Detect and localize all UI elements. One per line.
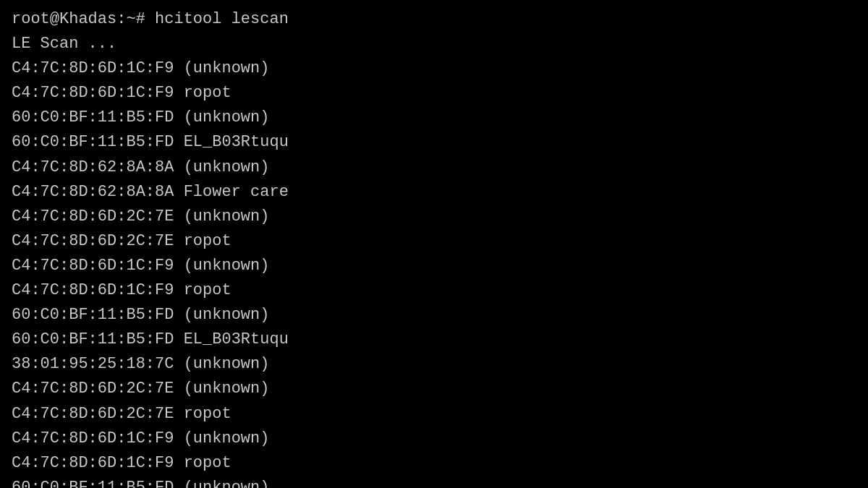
terminal-line: C4:7C:8D:6D:2C:7E ropot bbox=[12, 229, 856, 254]
terminal-line: C4:7C:8D:6D:1C:F9 (unknown) bbox=[12, 427, 856, 451]
terminal-line: 60:C0:BF:11:B5:FD (unknown) bbox=[12, 303, 856, 328]
terminal-line: C4:7C:8D:6D:1C:F9 (unknown) bbox=[12, 254, 856, 278]
terminal-line: 60:C0:BF:11:B5:FD (unknown) bbox=[12, 476, 856, 488]
terminal-line: root@Khadas:~# hcitool lescan bbox=[12, 7, 856, 32]
terminal-line: 60:C0:BF:11:B5:FD EL_B03Rtuqu bbox=[12, 328, 856, 352]
terminal-line: C4:7C:8D:6D:1C:F9 ropot bbox=[12, 81, 856, 106]
terminal-line: C4:7C:8D:6D:2C:7E (unknown) bbox=[12, 205, 856, 229]
terminal-line: C4:7C:8D:6D:2C:7E (unknown) bbox=[12, 377, 856, 401]
terminal-line: LE Scan ... bbox=[12, 32, 856, 56]
terminal-line: 60:C0:BF:11:B5:FD (unknown) bbox=[12, 106, 856, 130]
terminal-line: C4:7C:8D:62:8A:8A Flower care bbox=[12, 180, 856, 205]
terminal-line: C4:7C:8D:6D:1C:F9 (unknown) bbox=[12, 56, 856, 81]
terminal-line: C4:7C:8D:6D:2C:7E ropot bbox=[12, 402, 856, 427]
terminal-line: C4:7C:8D:62:8A:8A (unknown) bbox=[12, 155, 856, 180]
terminal-line: 60:C0:BF:11:B5:FD EL_B03Rtuqu bbox=[12, 130, 856, 155]
terminal-container: root@Khadas:~# hcitool lescanLE Scan ...… bbox=[12, 7, 856, 488]
terminal-line: C4:7C:8D:6D:1C:F9 ropot bbox=[12, 278, 856, 303]
terminal-line: C4:7C:8D:6D:1C:F9 ropot bbox=[12, 451, 856, 476]
terminal-line: 38:01:95:25:18:7C (unknown) bbox=[12, 352, 856, 377]
